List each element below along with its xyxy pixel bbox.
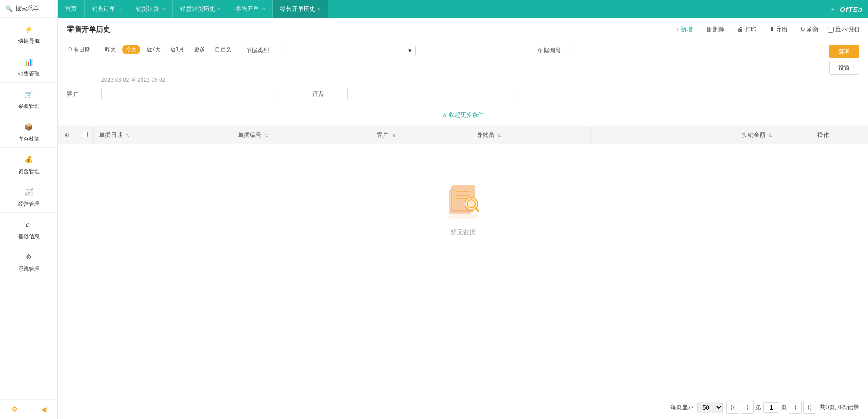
tab-home-label: 首页 bbox=[65, 5, 77, 13]
show-detail-label: 显示明细 bbox=[835, 25, 859, 33]
bill-type-label: 单据类型 bbox=[246, 47, 273, 55]
tab-sales-return-label: 销货退货 bbox=[136, 5, 159, 13]
date-opt-7days[interactable]: 近7天 bbox=[143, 45, 164, 54]
th-settings[interactable]: ⚙ bbox=[58, 127, 76, 144]
tab-retail-open[interactable]: 零售开单 × bbox=[228, 0, 272, 18]
search-icon: 🔍 bbox=[5, 5, 13, 12]
page-prev-btn[interactable]: ⟨ bbox=[741, 401, 754, 414]
customer-dots: ··· bbox=[105, 90, 111, 98]
collapse-up-icon: ∧ bbox=[442, 112, 447, 118]
th-action-label: 操作 bbox=[817, 132, 829, 138]
th-date-sort-icon[interactable]: ⇅ bbox=[126, 133, 129, 138]
add-button[interactable]: + 新增 bbox=[672, 24, 696, 35]
page-input[interactable] bbox=[763, 402, 779, 413]
tab-retail-open-history-close[interactable]: × bbox=[318, 6, 321, 12]
empty-icon bbox=[441, 180, 486, 221]
th-bill-no: 单据编号 ⇅ bbox=[232, 127, 371, 144]
collapse-more-btn[interactable]: ∧ 收起更多条件 bbox=[442, 109, 484, 121]
show-detail-checkbox[interactable]: 显示明细 bbox=[828, 25, 859, 33]
main-table: ⚙ 单据日期 ⇅ 单据编号 ⇅ bbox=[58, 127, 868, 254]
th-amount-label: 实销金额 bbox=[742, 132, 765, 138]
empty-text: 暂无数据 bbox=[451, 228, 476, 236]
customer-label: 客户 bbox=[67, 90, 94, 98]
page-first-btn[interactable]: ⟨⟨ bbox=[726, 401, 739, 414]
customer-select[interactable]: ··· bbox=[101, 88, 273, 100]
tab-sales-order[interactable]: 销售订单 × bbox=[85, 0, 128, 18]
tab-sales-return[interactable]: 销货退货 × bbox=[128, 0, 172, 18]
tab-bar-right: × OfTEn bbox=[831, 5, 868, 13]
query-button[interactable]: 查询 bbox=[829, 45, 859, 58]
print-button[interactable]: 🖨 打印 bbox=[734, 24, 760, 35]
page-last-btn[interactable]: ⟩⟩ bbox=[803, 401, 816, 414]
select-all-checkbox[interactable] bbox=[82, 132, 88, 137]
th-date: 单据日期 ⇅ bbox=[93, 127, 232, 144]
tab-retail-open-history-label: 零售开单历史 bbox=[280, 5, 315, 13]
page-next-btn[interactable]: ⟩ bbox=[789, 401, 802, 414]
export-button[interactable]: ⬇ 导出 bbox=[766, 24, 792, 35]
sidebar-search-label: 搜索采单 bbox=[15, 5, 39, 13]
th-bill-no-label: 单据编号 bbox=[238, 132, 261, 138]
th-date-label: 单据日期 bbox=[99, 132, 123, 138]
date-opt-more[interactable]: 更多 bbox=[190, 45, 209, 54]
sidebar-collapse-icon[interactable]: ◀ bbox=[41, 405, 46, 414]
sidebar-item-sys-mgmt[interactable]: ⚙ 系统管理 bbox=[0, 245, 57, 278]
th-guide-label: 导购员 bbox=[477, 132, 494, 138]
tab-sales-return-history-label: 销货退货历史 bbox=[180, 5, 215, 13]
sidebar-item-inventory[interactable]: 📦 库存核算 bbox=[0, 115, 57, 148]
svg-point-0 bbox=[447, 214, 479, 219]
date-opt-1month[interactable]: 近1月 bbox=[167, 45, 188, 54]
sidebar-item-label-purchase-mgmt: 采购管理 bbox=[18, 103, 40, 110]
tab-sales-order-close[interactable]: × bbox=[118, 6, 121, 12]
date-opt-today[interactable]: 今天 bbox=[122, 45, 140, 54]
empty-state: 暂无数据 bbox=[58, 144, 868, 254]
th-bill-no-sort-icon[interactable]: ⇅ bbox=[265, 133, 268, 138]
bill-type-select[interactable]: ▾ bbox=[280, 45, 416, 56]
refresh-button[interactable]: ↻ 刷新 bbox=[797, 24, 822, 35]
th-amount: 实销金额 ⇅ bbox=[628, 127, 778, 144]
page-label: 第 bbox=[755, 403, 761, 411]
collapse-more-label: 收起更多条件 bbox=[449, 111, 484, 119]
date-opt-yesterday[interactable]: 昨天 bbox=[101, 45, 119, 54]
th-spacer bbox=[590, 127, 628, 144]
sidebar-item-operations[interactable]: 📈 经营管理 bbox=[0, 180, 57, 213]
toolbar: + 新增 🗑 删除 🖨 打印 ⬇ 导出 ↻ 刷新 显示明细 bbox=[672, 24, 859, 35]
sidebar-item-purchase-mgmt[interactable]: 🛒 采购管理 bbox=[0, 83, 57, 115]
th-amount-sort-icon[interactable]: ⇅ bbox=[768, 133, 772, 138]
th-customer-sort-icon[interactable]: ⇅ bbox=[392, 133, 396, 138]
sales-mgmt-icon: 📊 bbox=[23, 56, 35, 68]
purchase-mgmt-icon: 🛒 bbox=[23, 88, 35, 101]
goods-select[interactable]: ··· bbox=[347, 88, 519, 100]
show-detail-input[interactable] bbox=[828, 27, 834, 33]
tab-sales-return-history-close[interactable]: × bbox=[218, 6, 221, 12]
sidebar-item-finance[interactable]: 💰 资金管理 bbox=[0, 148, 57, 180]
tab-sales-return-close[interactable]: × bbox=[162, 6, 165, 12]
inventory-icon: 📦 bbox=[23, 121, 35, 133]
tab-retail-open-label: 零售开单 bbox=[236, 5, 259, 13]
brand-logo: OfTEn bbox=[840, 5, 863, 13]
per-page-select[interactable]: 50 10 20 100 bbox=[697, 402, 723, 413]
sidebar-settings-icon[interactable]: ⚙ bbox=[11, 405, 18, 414]
delete-button[interactable]: 🗑 删除 bbox=[702, 24, 729, 35]
bill-no-input[interactable] bbox=[572, 45, 707, 56]
tab-home[interactable]: 首页 bbox=[58, 0, 85, 18]
tab-retail-open-close[interactable]: × bbox=[262, 6, 265, 12]
sidebar-search[interactable]: 🔍 搜索采单 bbox=[0, 0, 57, 18]
sidebar-item-label-inventory: 库存核算 bbox=[18, 135, 40, 143]
sidebar-item-sales-mgmt[interactable]: 📊 销售管理 bbox=[0, 50, 57, 83]
operations-icon: 📈 bbox=[23, 186, 35, 198]
settings-button[interactable]: 设置 bbox=[829, 61, 859, 75]
column-settings-icon[interactable]: ⚙ bbox=[64, 132, 70, 139]
sidebar-item-quick-nav[interactable]: ⚡ 快捷导航 bbox=[0, 18, 57, 50]
date-opt-custom[interactable]: 自定义 bbox=[211, 45, 235, 54]
tab-sales-return-history[interactable]: 销货退货历史 × bbox=[173, 0, 228, 18]
window-close-btn[interactable]: × bbox=[831, 6, 835, 13]
th-guide-sort-icon[interactable]: ⇅ bbox=[498, 133, 501, 138]
bill-type-dropdown-icon: ▾ bbox=[408, 47, 412, 54]
tab-retail-open-history[interactable]: 零售开单历史 × bbox=[273, 0, 328, 18]
base-info-icon: 🗂 bbox=[23, 218, 35, 231]
th-checkbox[interactable] bbox=[76, 127, 93, 144]
page-total: 共0页, 0条记录 bbox=[820, 403, 859, 411]
filter-area: 单据日期 昨天 今天 近7天 近1月 更多 自定义 单据类型 ▾ bbox=[58, 39, 868, 127]
sidebar-item-base-info[interactable]: 🗂 基础信息 bbox=[0, 213, 57, 245]
table-wrapper: ⚙ 单据日期 ⇅ 单据编号 ⇅ bbox=[58, 127, 868, 395]
